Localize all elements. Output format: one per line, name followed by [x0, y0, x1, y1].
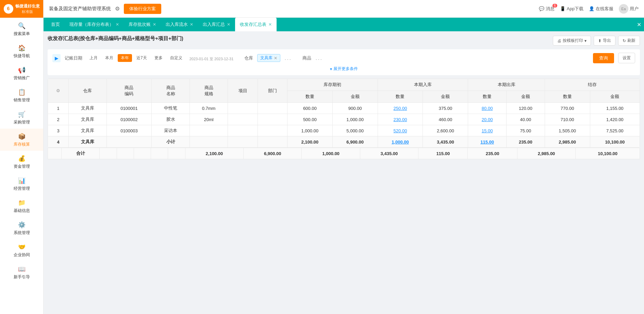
- col-code: 商品编码: [106, 79, 152, 103]
- system-title: 装备及固定资产辅助管理系统: [49, 6, 111, 12]
- sidebar-item-sales[interactable]: 📋 销售管理: [0, 84, 43, 106]
- warehouse-dots[interactable]: ...: [284, 54, 292, 62]
- total-in-qty: 1,000.00: [302, 148, 360, 159]
- date-btn-more[interactable]: 更多: [151, 54, 166, 62]
- tabs-close-all[interactable]: ✕: [637, 21, 641, 28]
- sidebar-item-system[interactable]: ⚙️ 系统管理: [0, 217, 43, 239]
- subtotal-in-qty[interactable]: 1,000.00: [378, 136, 423, 148]
- col-warehouse: 仓库: [69, 79, 106, 103]
- tab-inventory-dist-close[interactable]: ✕: [116, 22, 119, 27]
- total-empty4: [134, 148, 151, 159]
- sidebar-item-inventory[interactable]: 📦 库存核算: [0, 129, 43, 151]
- sidebar-item-quick-nav[interactable]: 🏠 快捷导航: [0, 40, 43, 62]
- subtotal-empty-project: [228, 136, 258, 148]
- tab-inventory-dist[interactable]: 现存量（库存分布表） ✕: [65, 18, 124, 31]
- goods-dots[interactable]: ...: [315, 54, 323, 62]
- tab-in-out-flow-close[interactable]: ✕: [190, 22, 193, 27]
- online-service-label: 在线客服: [596, 6, 613, 12]
- tab-in-out-summary-close[interactable]: ✕: [227, 22, 230, 27]
- col-name: 商品名称: [152, 79, 189, 103]
- print-btn[interactable]: 🖨 按模板打印 ▾: [553, 36, 591, 46]
- tab-batch-account-close[interactable]: ✕: [153, 22, 156, 27]
- col-group-init: 库存期初: [287, 79, 378, 91]
- row1-project: [228, 103, 258, 114]
- logo-line1: 畅捷通好生意: [15, 3, 40, 9]
- table-row: 2 文具库 0100002 胶水 20ml 500.00 1,000.00 23…: [48, 114, 640, 125]
- sidebar-item-newbie[interactable]: 📖 新手引导: [0, 261, 43, 283]
- tab-home[interactable]: 首页: [46, 18, 65, 31]
- row1-name: 中性笔: [152, 103, 189, 114]
- trial-btn[interactable]: 体验行业方案: [124, 4, 161, 14]
- sidebar-item-operations[interactable]: 📊 经营管理: [0, 173, 43, 195]
- row2-init-amt: 1,000.00: [332, 114, 378, 125]
- sidebar-item-purchase[interactable]: 🛒 采购管理: [0, 106, 43, 129]
- row3-in-qty[interactable]: 520.00: [378, 125, 423, 136]
- marketing-icon: 📢: [18, 66, 26, 74]
- date-btn-custom[interactable]: 自定义: [167, 54, 185, 62]
- refresh-btn[interactable]: ↻ 刷新: [618, 36, 640, 46]
- row1-init-qty: 600.00: [287, 103, 332, 114]
- settings-btn[interactable]: 设置: [618, 53, 635, 63]
- sidebar-label-purchase: 采购管理: [14, 119, 30, 125]
- content-area: 收发存汇总表(按仓库+商品编码+商品+规格型号+项目+部门) 🖨 按模板打印 ▾…: [44, 31, 644, 314]
- subtotal-warehouse: 文具库: [69, 136, 106, 148]
- tab-batch-account[interactable]: 库存批次账 ✕: [124, 18, 161, 31]
- sidebar-item-enterprise[interactable]: 🤝 企业协同: [0, 239, 43, 261]
- row1-no: 1: [48, 103, 69, 114]
- row3-out-qty[interactable]: 15.00: [468, 125, 507, 136]
- notifications-item[interactable]: 💬 消息 6: [539, 6, 555, 12]
- row2-dept: [258, 114, 287, 125]
- export-btn-label: 导出: [603, 38, 611, 44]
- row1-in-qty[interactable]: 250.00: [378, 103, 423, 114]
- row3-spec: [189, 125, 228, 136]
- row3-bal-amt: 7,525.00: [590, 125, 640, 136]
- sidebar-item-search[interactable]: 🔍 搜索菜单: [0, 18, 43, 40]
- user-item[interactable]: Ea 用户: [619, 4, 639, 14]
- expand-row: ▾ 展开更多条件: [52, 66, 635, 72]
- refresh-btn-label: 刷新: [627, 38, 635, 44]
- subtotal-out-qty[interactable]: 115.00: [468, 136, 507, 148]
- online-service-item[interactable]: 👤 在线客服: [589, 6, 613, 12]
- topbar-gear-icon[interactable]: ⚙: [115, 5, 120, 12]
- sidebar-item-finance[interactable]: 💰 资金管理: [0, 151, 43, 173]
- row1-out-qty[interactable]: 80.00: [468, 103, 507, 114]
- sidebar-item-base-info[interactable]: 📁 基础信息: [0, 195, 43, 217]
- row2-spec: 20ml: [189, 114, 228, 125]
- query-btn[interactable]: 查询: [593, 53, 614, 63]
- row1-warehouse: 文具库: [69, 103, 106, 114]
- warehouse-tag-close[interactable]: ✕: [274, 56, 277, 61]
- subtotal-bal-amt: 10,100.00: [590, 136, 640, 148]
- date-btn-this-year[interactable]: 本年: [118, 54, 132, 62]
- row1-dept: [258, 103, 287, 114]
- sidebar-item-marketing[interactable]: 📢 营销推广: [0, 62, 43, 84]
- col-settings[interactable]: ⚙: [48, 79, 69, 103]
- base-info-icon: 📁: [18, 199, 26, 206]
- tab-receipt-summary[interactable]: 收发存汇总表 ✕: [235, 18, 277, 31]
- row1-in-amt: 375.00: [423, 103, 468, 114]
- print-dropdown-icon: ▾: [584, 38, 587, 43]
- total-init-amt: 6,900.00: [244, 148, 302, 159]
- filter-toggle-btn[interactable]: ▶: [52, 54, 61, 62]
- total-label: 合计: [62, 148, 100, 159]
- export-btn[interactable]: ⬆ 导出: [594, 36, 615, 46]
- expand-more-btn[interactable]: ▾ 展开更多条件: [330, 66, 358, 72]
- sidebar: 6 畅捷通好生意 标准版 🔍 搜索菜单 🏠 快捷导航 📢 营销推广 📋 销售管理…: [0, 0, 44, 314]
- enterprise-icon: 🤝: [18, 243, 26, 251]
- date-btn-7days[interactable]: 近7天: [133, 54, 150, 62]
- tab-in-out-summary[interactable]: 出入库汇总 ✕: [198, 18, 235, 31]
- tab-receipt-summary-close[interactable]: ✕: [268, 22, 272, 27]
- date-btn-last-month[interactable]: 上月: [86, 54, 101, 62]
- sidebar-label-operations: 经营管理: [14, 186, 30, 192]
- app-download-item[interactable]: 📱 App下载: [560, 6, 583, 12]
- row2-in-qty[interactable]: 230.00: [378, 114, 423, 125]
- row2-warehouse: 文具库: [69, 114, 106, 125]
- date-btn-this-month[interactable]: 本月: [102, 54, 116, 62]
- sidebar-label-marketing: 营销推广: [14, 75, 30, 81]
- row2-out-qty[interactable]: 20.00: [468, 114, 507, 125]
- bell-icon: 💬: [539, 6, 544, 11]
- row3-warehouse: 文具库: [69, 125, 106, 136]
- row2-name: 胶水: [152, 114, 189, 125]
- tab-batch-account-label: 库存批次账: [129, 21, 151, 28]
- tab-in-out-flow[interactable]: 出入库流水 ✕: [161, 18, 198, 31]
- logo-line2: 标准版: [15, 9, 40, 14]
